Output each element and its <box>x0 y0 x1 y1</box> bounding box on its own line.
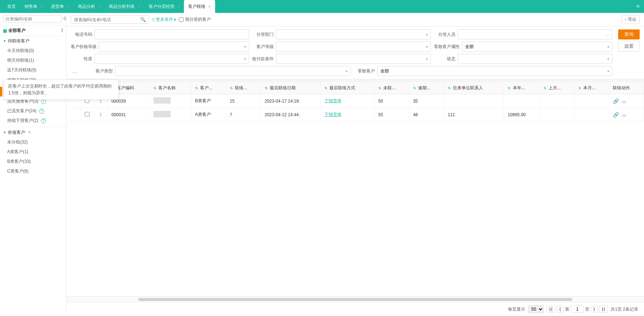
settings-button[interactable]: 设置 <box>618 41 640 52</box>
tab-product-analysis[interactable]: 商品分析 × <box>74 0 105 13</box>
tab-customer-contact-close[interactable]: × <box>208 4 210 9</box>
tab-customer-stratification[interactable]: 客户分层经营 × <box>144 0 184 13</box>
current-page-input[interactable] <box>571 306 584 313</box>
sidebar-group-pending: ▼ 待联络客户 今天待联络(0) 明天待联络(1) 近7天待联络(0) 逾期未联… <box>0 36 66 85</box>
query-button[interactable]: 查询 <box>618 29 640 39</box>
retail-select[interactable]: 全部 ▾ <box>377 66 612 76</box>
sidebar-search-input[interactable] <box>3 15 62 23</box>
tab-product-analysis-close[interactable]: × <box>98 4 100 9</box>
col-last-contact-date[interactable]: ⇅ 最后联络日期 <box>261 82 320 94</box>
tab-product-analysis-list-close[interactable]: × <box>138 4 140 9</box>
horizontal-scrollbar[interactable] <box>66 296 644 302</box>
tab-home[interactable]: 首页 <box>3 0 20 13</box>
sidebar-item-ungroup[interactable]: 未分组(32) <box>0 137 66 147</box>
col-this-year[interactable]: ⇅ 本年... <box>504 82 539 94</box>
page-prev-button[interactable]: ⟨ <box>557 306 564 313</box>
tab-purchase[interactable]: 进货单 × <box>47 0 73 13</box>
sidebar-item-declining[interactable]: 持续下滑客户(2) ? <box>0 116 66 126</box>
col-customer-name[interactable]: ⇅ 客户名称 <box>149 82 191 94</box>
page-first-button[interactable]: ⟨⟨ <box>547 306 555 313</box>
row2-customer-code[interactable]: 000031 <box>108 108 149 122</box>
col-this-month[interactable]: ⇅ 本月... <box>574 82 609 94</box>
col-last-month[interactable]: ⇅ 上月... <box>539 82 574 94</box>
sidebar-item-churned[interactable]: 已流失客户(24) ? <box>0 106 66 116</box>
retail-attr-label: 零散客户属性 <box>434 44 460 50</box>
more-conditions-button[interactable]: ▽ 更多条件 ▾ <box>152 16 176 23</box>
phone-input[interactable] <box>94 29 249 39</box>
gender-label: 性质 <box>71 56 92 62</box>
col-contact-count[interactable]: ⇅ 联络... <box>226 82 261 94</box>
content-area: 🔍 ▽ 更多条件 ▾ 我分管的客户 ↑ 导出 <box>66 13 644 316</box>
sort-icon6: ⇅ <box>324 86 327 90</box>
sidebar-item-class-a[interactable]: A类客户(1) <box>0 147 66 157</box>
payment-select[interactable]: ▾ <box>276 54 431 64</box>
export-button[interactable]: ↑ 导出 <box>621 15 640 24</box>
customer-type-select[interactable]: ▾ <box>115 66 350 76</box>
sidebar-item-today[interactable]: 今天待联络(0) <box>0 46 66 56</box>
sidebar-item-tomorrow[interactable]: 明天待联络(1) <box>0 56 66 65</box>
col-overdue[interactable]: ⇅ 逾期... <box>409 82 444 94</box>
edit-icon[interactable]: ✎ <box>28 130 31 135</box>
value-customers-label: 价值客户 <box>8 129 25 136</box>
sidebar-search-icon[interactable]: 🔍 <box>63 16 66 22</box>
sort-icon3: ⇅ <box>195 86 198 90</box>
customer-grade-select[interactable]: ▾ <box>276 42 431 52</box>
per-page-select[interactable]: 50 <box>528 305 544 313</box>
page-next-button[interactable]: ⟩ <box>591 306 598 313</box>
col-customer-type[interactable]: ⇅ 客户... <box>191 82 226 94</box>
filter-row-3: 性质 ▾ 收付款条件 ▾ <box>71 54 612 64</box>
churned-info-icon[interactable]: ? <box>39 109 44 114</box>
person-select[interactable]: ... <box>458 29 612 39</box>
sidebar-item-7days[interactable]: 近7天待联络(0) <box>0 65 66 75</box>
dept-select[interactable]: ▾ <box>276 29 431 39</box>
filter-search-icon[interactable]: 🔍 <box>140 17 146 22</box>
filter-bar: 🔍 ▽ 更多条件 ▾ 我分管的客户 ↑ 导出 <box>66 13 644 27</box>
gender-select[interactable]: ▾ <box>94 54 249 64</box>
row2-checkbox[interactable] <box>85 112 89 117</box>
row1-more-icon[interactable]: ⚏ <box>622 98 626 104</box>
sidebar-group2-value-customers[interactable]: ▼ 价值客户 ✎ <box>0 128 66 137</box>
tab-customer-stratification-close[interactable]: × <box>177 4 180 9</box>
sidebar-pending-label: 待联络客户 <box>8 38 29 44</box>
grid-icon: ▦ <box>3 28 7 33</box>
filter-ellipsis-button[interactable]: ... <box>72 68 77 74</box>
tab-purchase-close[interactable]: × <box>67 4 69 9</box>
col-unit-contact[interactable]: ⇅ 往来单位联系人 <box>444 82 504 94</box>
retail-chevron-icon: ▾ <box>607 69 609 73</box>
my-customers-check[interactable] <box>179 17 184 22</box>
my-customers-checkbox[interactable]: 我分管的客户 <box>179 16 211 23</box>
tab-sales-close[interactable]: × <box>40 4 42 9</box>
price-grade-chevron-icon: ▾ <box>244 45 246 49</box>
row2-not-contacted: 55 <box>375 108 409 122</box>
sidebar-group-pending-title[interactable]: ▼ 待联络客户 <box>0 36 66 46</box>
row1-view-icon[interactable]: 🔗 <box>613 98 619 104</box>
tab-product-analysis-list[interactable]: 商品分析列表 × <box>105 0 144 13</box>
window-close-button[interactable]: × <box>636 3 640 10</box>
sidebar-item-class-c[interactable]: C类客户(6) <box>0 166 66 176</box>
row1-last-contact-method[interactable]: 下销货单 <box>321 94 375 108</box>
filter-search-input[interactable] <box>74 17 139 22</box>
tab-sales[interactable]: 销售单 × <box>20 0 47 13</box>
price-grade-select[interactable]: ▾ <box>99 42 249 52</box>
person-ellipsis-icon: ... <box>606 33 609 37</box>
row1-this-year <box>504 94 539 108</box>
declining-info-icon[interactable]: ? <box>41 118 46 123</box>
row2-view-icon[interactable]: 🔗 <box>613 112 619 118</box>
col-not-contacted[interactable]: ⇅ 未联... <box>375 82 409 94</box>
row2-last-contact-method[interactable]: 下销货单 <box>321 108 375 122</box>
customer-grade-label: 客户等级 <box>252 44 274 50</box>
retail-attr-select[interactable]: 全部 ▾ <box>462 42 612 52</box>
sidebar-item-class-b[interactable]: B类客户(33) <box>0 157 66 166</box>
action-buttons: 查询 设置 <box>618 29 640 52</box>
scrollbar-track[interactable] <box>138 298 572 301</box>
col-last-contact-method[interactable]: ⇅ 最后联络方式 <box>321 82 375 94</box>
status-select[interactable]: ▾ <box>458 54 612 64</box>
row2-more-icon[interactable]: ⚏ <box>622 112 626 118</box>
sidebar-collapse-icon[interactable]: 《 <box>59 28 63 34</box>
tab-customer-contact[interactable]: 客户联络 × <box>184 0 215 13</box>
page-last-button[interactable]: ⟩⟩ <box>599 306 608 313</box>
left-sidebar: 🔍 ▦ 全部客户 《 ▼ 待联络客户 今天待联络(0) 明天待联络(1) 近7天… <box>0 13 66 316</box>
filter-retail: 零散客户 全部 ▾ <box>353 66 612 76</box>
sidebar-all-customers[interactable]: ▦ 全部客户 《 <box>0 25 66 36</box>
filter-payment: 收付款条件 ▾ <box>252 54 431 64</box>
